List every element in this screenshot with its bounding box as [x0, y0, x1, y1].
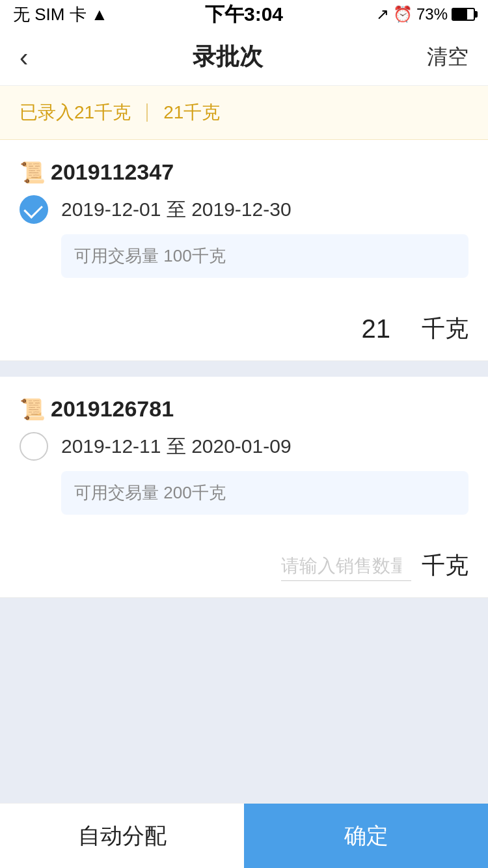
nav-bar: ‹ 录批次 清空 [0, 29, 488, 86]
alarm-icon: ⏰ [393, 5, 413, 23]
batch-available-1: 可用交易量 100千克 [61, 234, 468, 278]
batch-date-text-2: 2019-12-11 至 2020-01-09 [61, 433, 291, 460]
signal-icon: ↗ [376, 5, 389, 23]
status-time: 下午3:04 [205, 1, 283, 28]
batch-date-text-1: 2019-12-01 至 2019-12-30 [61, 197, 291, 223]
batch-header-1: 📜 2019112347 [20, 159, 468, 185]
batch-header-2: 📜 2019126781 [20, 396, 468, 422]
summary-banner: 已录入21千克 21千克 [0, 86, 488, 140]
doc-icon-1: 📜 [20, 160, 46, 185]
batch-radio-1[interactable] [20, 195, 48, 224]
clear-button[interactable]: 清空 [427, 43, 468, 72]
no-sim-text: 无 SIM 卡 ▲ [13, 3, 108, 26]
batch-available-2: 可用交易量 200千克 [61, 471, 468, 515]
back-button[interactable]: ‹ [20, 44, 28, 70]
status-right: ↗ ⏰ 73% [376, 5, 475, 23]
auto-distribute-button[interactable]: 自动分配 [0, 804, 244, 868]
batch-date-row-1[interactable]: 2019-12-01 至 2019-12-30 [20, 195, 468, 224]
batch-radio-2[interactable] [20, 432, 48, 461]
status-bar: 无 SIM 卡 ▲ 下午3:04 ↗ ⏰ 73% [0, 0, 488, 29]
batch-separator [0, 361, 488, 377]
summary-divider [146, 103, 148, 122]
quantity-unit-2: 千克 [422, 550, 468, 582]
doc-icon-2: 📜 [20, 397, 46, 422]
batch-id-2: 2019126781 [51, 396, 174, 422]
quantity-value-1: 21 [362, 314, 391, 344]
status-left: 无 SIM 卡 ▲ [13, 3, 108, 26]
batch-date-row-2[interactable]: 2019-12-11 至 2020-01-09 [20, 432, 468, 461]
quantity-unit-1: 千克 [422, 313, 468, 345]
quantity-input-2[interactable] [281, 550, 411, 581]
batch-card-2: 📜 2019126781 2019-12-11 至 2020-01-09 可用交… [0, 377, 488, 534]
recorded-amount: 已录入21千克 [20, 100, 131, 125]
bottom-actions: 自动分配 确定 [0, 803, 488, 868]
battery-text: 73% [416, 5, 448, 23]
confirm-button[interactable]: 确定 [244, 804, 488, 868]
batch-card-1: 📜 2019112347 2019-12-01 至 2019-12-30 可用交… [0, 140, 488, 297]
available-text-1: 可用交易量 100千克 [74, 246, 226, 265]
quantity-row-2: 千克 [0, 534, 488, 598]
page-title: 录批次 [193, 41, 263, 73]
total-amount: 21千克 [163, 100, 220, 125]
quantity-row-1: 21 千克 [0, 297, 488, 361]
available-text-2: 可用交易量 200千克 [74, 483, 226, 502]
battery-icon [452, 8, 475, 21]
batch-id-1: 2019112347 [51, 159, 174, 185]
